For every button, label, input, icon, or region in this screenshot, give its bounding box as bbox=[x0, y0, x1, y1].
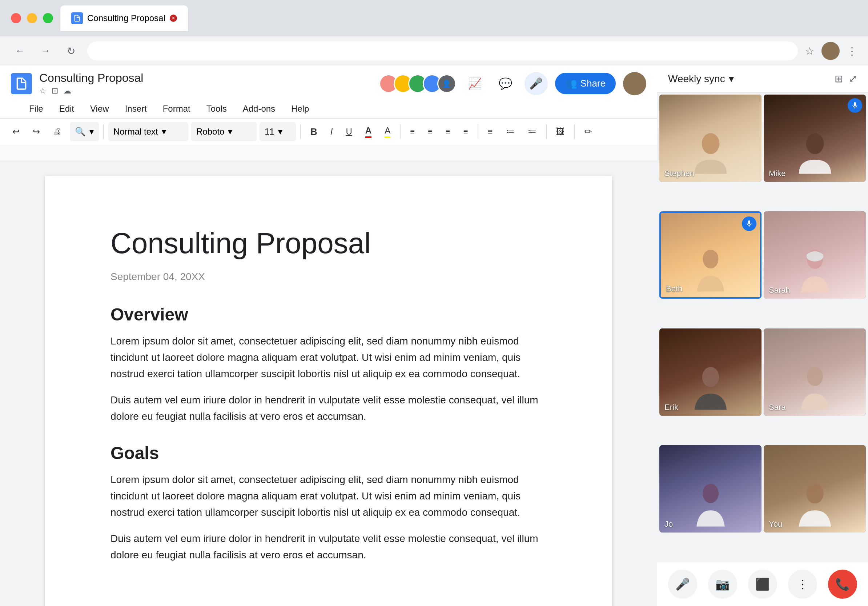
pop-out-icon[interactable]: ⤢ bbox=[849, 73, 857, 85]
app-header: Consulting Proposal ☆ ⊡ ☁ 👤 bbox=[0, 65, 657, 118]
present-btn[interactable]: ⬛ bbox=[748, 570, 777, 599]
doc-area: Consulting Proposal ☆ ⊡ ☁ 👤 bbox=[0, 65, 657, 606]
underline-btn[interactable]: U bbox=[341, 122, 357, 141]
share-button[interactable]: 👥 Share bbox=[555, 73, 616, 94]
avatar-stack: 👤 bbox=[379, 74, 456, 93]
align-left-btn[interactable]: ≡ bbox=[405, 122, 420, 141]
toolbar-divider-3 bbox=[400, 124, 401, 139]
menu-tools[interactable]: Tools bbox=[199, 101, 234, 117]
italic-btn[interactable]: I bbox=[326, 122, 338, 141]
participant-name-beth: Beth bbox=[666, 284, 682, 294]
minimize-window-btn[interactable] bbox=[27, 13, 37, 23]
tab-doc-icon bbox=[71, 12, 83, 24]
video-tile-sarah: Sarah bbox=[764, 211, 866, 298]
ruler bbox=[0, 145, 657, 161]
bold-btn[interactable]: B bbox=[305, 122, 322, 141]
close-window-btn[interactable] bbox=[11, 13, 21, 23]
voice-icon-btn[interactable]: 🎤 bbox=[524, 72, 548, 95]
star-icon[interactable]: ☆ bbox=[39, 86, 46, 96]
zoom-btn[interactable]: 🔍 ▾ bbox=[70, 122, 99, 141]
menu-addons[interactable]: Add-ons bbox=[236, 101, 282, 117]
beth-mic-indicator bbox=[742, 216, 756, 231]
cloud-icon[interactable]: ☁ bbox=[63, 86, 71, 96]
end-call-btn[interactable]: 📞 bbox=[828, 570, 857, 599]
mute-btn[interactable]: 🎤 bbox=[668, 570, 697, 599]
bookmark-icon[interactable]: ☆ bbox=[805, 45, 814, 57]
tab-title: Consulting Proposal bbox=[87, 13, 165, 23]
menu-edit[interactable]: Edit bbox=[52, 101, 81, 117]
section2-p2: Duis autem vel eum iriure dolor in hendr… bbox=[110, 531, 547, 563]
browser-chrome: Consulting Proposal × bbox=[0, 0, 868, 36]
doc-title-area: Consulting Proposal ☆ ⊡ ☁ bbox=[39, 71, 372, 96]
toolbar-divider-4 bbox=[477, 124, 478, 139]
grid-view-icon[interactable]: ⊞ bbox=[835, 73, 843, 85]
participant-name-sara: Sara bbox=[769, 402, 786, 412]
undo-btn[interactable]: ↩ bbox=[7, 122, 25, 141]
section-goals: Goals Lorem ipsum dolor sit amet, consec… bbox=[110, 443, 547, 563]
active-tab[interactable]: Consulting Proposal × bbox=[60, 5, 188, 31]
share-label: Share bbox=[580, 78, 606, 89]
zoom-chevron: ▾ bbox=[90, 127, 94, 137]
zoom-icon: 🔍 bbox=[75, 127, 86, 137]
numbered-list-btn[interactable]: ≔ bbox=[523, 122, 542, 141]
call-controls: 🎤 📷 ⬛ ⋮ 📞 bbox=[657, 562, 868, 606]
edit-mode-btn[interactable]: ✏ bbox=[580, 122, 597, 141]
tab-close-btn[interactable]: × bbox=[170, 14, 177, 22]
align-right-btn[interactable]: ≡ bbox=[440, 122, 456, 141]
participant-name-mike: Mike bbox=[769, 169, 786, 178]
video-tile-beth: Beth bbox=[659, 211, 761, 298]
comment-icon-btn[interactable]: 💬 bbox=[494, 72, 517, 95]
menu-insert[interactable]: Insert bbox=[118, 101, 154, 117]
section2-p1: Lorem ipsum dolor sit amet, consectetuer… bbox=[110, 472, 547, 521]
font-size-select[interactable]: 11 ▾ bbox=[259, 122, 296, 141]
video-tile-mike: Mike bbox=[764, 95, 866, 182]
window-controls bbox=[11, 13, 53, 23]
participant-name-jo: Jo bbox=[665, 519, 673, 529]
style-select[interactable]: Normal text ▾ bbox=[108, 122, 188, 141]
style-chevron: ▾ bbox=[162, 127, 166, 137]
print-btn[interactable]: 🖨 bbox=[48, 122, 67, 141]
camera-btn[interactable]: 📷 bbox=[708, 570, 737, 599]
size-chevron: ▾ bbox=[278, 127, 282, 137]
menu-view[interactable]: View bbox=[83, 101, 116, 117]
section1-p2: Duis autem vel eum iriure dolor in hendr… bbox=[110, 392, 547, 425]
line-spacing-btn[interactable]: ≡ bbox=[483, 122, 498, 141]
call-title: Weekly sync ▾ bbox=[668, 73, 734, 85]
menu-format[interactable]: Format bbox=[156, 101, 198, 117]
move-icon[interactable]: ⊡ bbox=[52, 86, 58, 96]
text-color-btn[interactable]: A bbox=[360, 122, 377, 141]
menu-file[interactable]: File bbox=[22, 101, 51, 117]
app-container: Consulting Proposal ☆ ⊡ ☁ 👤 bbox=[0, 65, 868, 606]
toolbar-divider-5 bbox=[546, 124, 547, 139]
panel-icons: ⊞ ⤢ bbox=[835, 73, 857, 85]
redo-btn[interactable]: ↪ bbox=[28, 122, 45, 141]
doc-title[interactable]: Consulting Proposal bbox=[39, 71, 372, 85]
font-select[interactable]: Roboto ▾ bbox=[191, 122, 257, 141]
more-call-options-btn[interactable]: ⋮ bbox=[788, 570, 817, 599]
align-center-btn[interactable]: ≡ bbox=[423, 122, 438, 141]
doc-scroll[interactable]: Consulting Proposal September 04, 20XX O… bbox=[0, 161, 657, 606]
call-title-chevron[interactable]: ▾ bbox=[729, 73, 734, 85]
more-options-icon[interactable]: ⋮ bbox=[847, 45, 857, 57]
video-panel: Weekly sync ▾ ⊞ ⤢ Stephen bbox=[657, 65, 868, 606]
doc-page: Consulting Proposal September 04, 20XX O… bbox=[45, 176, 612, 606]
toolbar-divider-6 bbox=[574, 124, 575, 139]
section1-title: Overview bbox=[110, 305, 547, 325]
highlight-btn[interactable]: A bbox=[380, 122, 395, 141]
activity-icon-btn[interactable]: 📈 bbox=[463, 72, 487, 95]
back-btn[interactable]: ← bbox=[11, 42, 29, 60]
menu-help[interactable]: Help bbox=[284, 101, 316, 117]
toolbar: ↩ ↪ 🖨 🔍 ▾ Normal text ▾ Roboto ▾ 11 ▾ B bbox=[0, 118, 657, 145]
maximize-window-btn[interactable] bbox=[43, 13, 53, 23]
svg-point-0 bbox=[702, 133, 719, 154]
justify-btn[interactable]: ≡ bbox=[458, 122, 473, 141]
user-account-avatar[interactable] bbox=[623, 72, 646, 95]
forward-btn[interactable]: → bbox=[36, 42, 54, 60]
svg-point-1 bbox=[806, 133, 824, 154]
user-profile-icon[interactable] bbox=[822, 42, 840, 60]
insert-image-btn[interactable]: 🖼 bbox=[551, 122, 570, 141]
bullet-list-btn[interactable]: ≔ bbox=[501, 122, 520, 141]
font-size-label: 11 bbox=[265, 127, 274, 137]
reload-btn[interactable]: ↻ bbox=[62, 42, 80, 60]
address-bar[interactable] bbox=[87, 42, 798, 61]
